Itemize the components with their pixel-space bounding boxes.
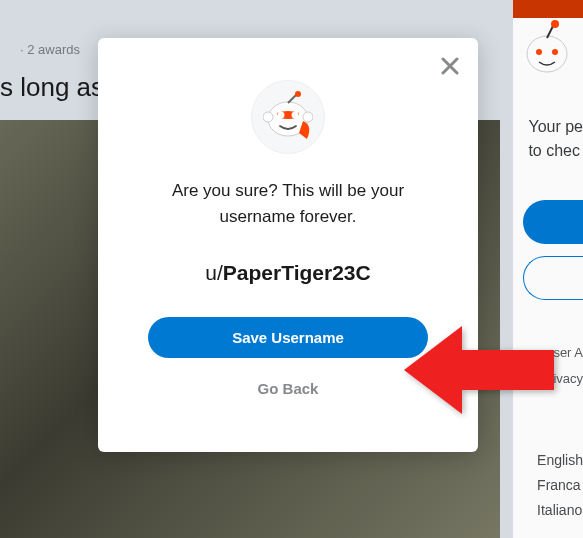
confirm-message: Are you sure? This will be your username… [122, 178, 454, 231]
username-prefix: u/ [205, 261, 223, 284]
go-back-button[interactable]: Go Back [258, 380, 319, 397]
username-display: u/PaperTiger23C [122, 261, 454, 285]
save-username-button[interactable]: Save Username [148, 317, 428, 358]
snoo-avatar-icon [263, 91, 313, 143]
svg-line-10 [288, 95, 296, 103]
confirm-username-modal: Are you sure? This will be your username… [98, 38, 478, 452]
svg-point-11 [295, 91, 301, 97]
username-value: PaperTiger23C [223, 261, 371, 284]
close-icon [441, 57, 459, 75]
svg-point-7 [303, 112, 313, 122]
svg-point-6 [263, 112, 273, 122]
avatar [251, 80, 325, 154]
close-button[interactable] [438, 54, 462, 78]
svg-point-9 [292, 112, 299, 119]
svg-point-8 [278, 112, 285, 119]
